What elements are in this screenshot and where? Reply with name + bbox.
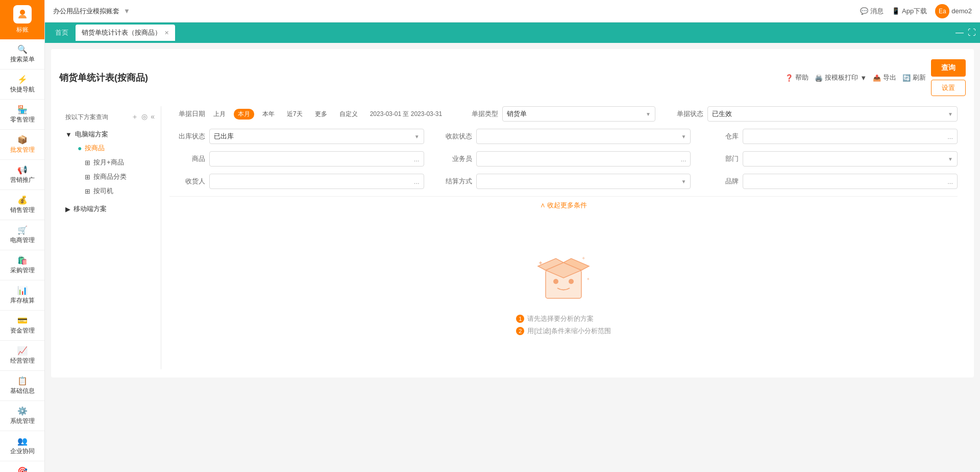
export-label: 导出 [883, 73, 896, 82]
sidebar-item-wholesale[interactable]: 📦 批发管理 [0, 130, 44, 160]
sidebar-item-label: 销售管理 [2, 206, 42, 215]
tree-mobile-section[interactable]: ▶ 移动端方案 [59, 202, 161, 216]
date-tab-this-year[interactable]: 本年 [258, 109, 279, 120]
grid-icon: ⊞ [85, 187, 90, 195]
sidebar-item-system[interactable]: ⚙️ 系统管理 [0, 401, 44, 431]
tree-pc-label: 电脑端方案 [75, 130, 108, 139]
date-tab-this-month[interactable]: 本月 [234, 109, 254, 120]
sidebar-item-basic-info[interactable]: 📋 基础信息 [0, 371, 44, 401]
warehouse-input[interactable]: ... [743, 129, 958, 144]
query-button[interactable]: 查询 [931, 59, 966, 77]
sidebar-item-quicknav[interactable]: ⚡ 快捷导航 [0, 69, 44, 100]
bill-type-select[interactable]: 销货单 ▼ [502, 106, 655, 122]
goods-dots-icon[interactable]: ... [414, 155, 420, 163]
bill-type-value: 销货单 [507, 109, 527, 119]
brand-dots-icon[interactable]: ... [947, 178, 953, 185]
tree-mobile-label: 移动端方案 [74, 204, 107, 214]
goods-label: 商品 [169, 154, 205, 163]
content-body: 按以下方案查询 ＋ ◎ « ▼ 电脑端方案 ● 按商品 [59, 106, 966, 369]
grid-icon: ⊞ [85, 173, 90, 181]
refresh-btn[interactable]: 🔄 刷新 [902, 73, 926, 82]
brand-input[interactable]: ... [743, 174, 958, 189]
tip-num-2: 2 [516, 327, 524, 335]
date-filter-control: 上月 本月 本年 近7天 更多 自定义 2023-03-01 至 2023-03… [209, 109, 450, 120]
settings-button[interactable]: 设置 [931, 80, 966, 96]
app-download-btn[interactable]: 📱 App下载 [892, 7, 927, 16]
collapse-more-conditions[interactable]: ∧ 收起更多条件 [169, 196, 958, 214]
tab-report[interactable]: 销货单统计计表（按商品） ✕ [76, 25, 175, 41]
scheme-collapse-icon[interactable]: « [151, 112, 155, 122]
receiver-input[interactable]: ... [209, 174, 424, 189]
sidebar-item-purchase[interactable]: 🛍️ 采购管理 [0, 250, 44, 280]
settlement-label: 结算方式 [436, 177, 472, 186]
username-label: demo2 [951, 7, 972, 15]
date-tab-last-month[interactable]: 上月 [209, 109, 230, 120]
scheme-add-icon[interactable]: ＋ [131, 112, 138, 122]
user-profile-btn[interactable]: Ea demo2 [935, 4, 972, 18]
date-filter-label: 单据日期 [169, 109, 205, 119]
sidebar-item-label: 资金管理 [2, 326, 42, 335]
salesman-input[interactable]: ... [476, 151, 691, 167]
tree-item-by-driver[interactable]: ⊞ 按司机 [59, 184, 161, 198]
sidebar-item-label: 营销推广 [2, 176, 42, 184]
sidebar-item-ecommerce[interactable]: 🛒 电商管理 [0, 220, 44, 250]
tab-close-icon[interactable]: ✕ [164, 30, 169, 36]
export-btn[interactable]: 📤 导出 [873, 73, 896, 82]
payment-status-select[interactable]: ▼ [476, 129, 691, 144]
scheme-header-label: 按以下方案查询 [65, 113, 108, 122]
bill-status-select[interactable]: 已生效 ▼ [707, 106, 958, 122]
bill-status-label: 单据状态 [668, 109, 703, 119]
sidebar-item-enterprise[interactable]: 👥 企业协同 [0, 431, 44, 461]
scheme-settings-icon[interactable]: ◎ [141, 112, 148, 122]
filter-row-2: 出库状态 已出库 ▼ 收款状态 ▼ 仓库 [169, 129, 958, 144]
sidebar-item-retail[interactable]: 🏪 零售管理 [0, 100, 44, 130]
sidebar-item-operations[interactable]: 📈 经营管理 [0, 341, 44, 371]
empty-tip-1: 1 请先选择要分析的方案 [516, 314, 610, 323]
sidebar-item-sales[interactable]: 💰 销售管理 [0, 190, 44, 220]
receiver-dots-icon[interactable]: ... [414, 178, 420, 185]
help-btn[interactable]: ❓ 帮助 [785, 73, 808, 82]
sidebar-item-guide[interactable]: 🎯 新手引导 [0, 461, 44, 472]
message-btn[interactable]: 💬 消息 [860, 7, 884, 16]
warehouse-dots-icon[interactable]: ... [947, 133, 953, 140]
sidebar-item-inventory[interactable]: 📊 库存核算 [0, 280, 44, 311]
tab-bar-actions: — ⛶ [955, 28, 976, 37]
tree-item-by-goods-category[interactable]: ⊞ 按商品分类 [59, 170, 161, 184]
download-icon: 📱 [892, 7, 900, 15]
avatar: Ea [935, 4, 949, 18]
payment-status-label: 收款状态 [436, 132, 472, 141]
sidebar-item-search[interactable]: 🔍 搜索菜单 [0, 39, 44, 69]
tip-text-1: 请先选择要分析的方案 [527, 314, 594, 323]
tab-maximize-icon[interactable]: ⛶ [968, 28, 976, 37]
industry-dropdown-icon[interactable]: ▼ [124, 7, 130, 15]
tree-item-by-month-goods[interactable]: ⊞ 按月+商品 [59, 155, 161, 170]
filter-row-3: 商品 ... 业务员 ... 部门 [169, 151, 958, 167]
tree-item-by-goods[interactable]: ● 按商品 [59, 141, 161, 155]
tree-item-label: 按司机 [93, 186, 113, 196]
sidebar-item-label: 采购管理 [2, 266, 42, 275]
sidebar-item-marketing[interactable]: 📢 营销推广 [0, 160, 44, 190]
empty-illustration: ✦ ✦ ✦ [533, 245, 594, 306]
date-tab-7days[interactable]: 近7天 [283, 109, 307, 120]
svg-text:✦: ✦ [581, 255, 585, 261]
salesman-label: 业务员 [436, 154, 472, 163]
salesman-dots-icon[interactable]: ... [681, 155, 687, 163]
tab-minimize-icon[interactable]: — [955, 28, 964, 37]
filter-panel: 单据日期 上月 本月 本年 近7天 更多 自定义 2023-03-01 至 20… [161, 106, 966, 369]
sidebar-item-finance[interactable]: 💳 资金管理 [0, 311, 44, 341]
stock-status-select[interactable]: 已出库 ▼ [209, 129, 424, 144]
empty-tip-2: 2 用[过滤]条件来缩小分析范围 [516, 326, 610, 336]
department-select[interactable]: ▼ [743, 151, 958, 167]
empty-state: ✦ ✦ ✦ 1 请先选择要分析的方案 2 [169, 214, 958, 369]
settlement-select[interactable]: ▼ [476, 174, 691, 189]
tree-item-label: 按月+商品 [93, 158, 124, 167]
date-tab-custom[interactable]: 自定义 [335, 109, 362, 120]
date-tabs-row: 上月 本月 本年 近7天 更多 自定义 2023-03-01 至 2023-03… [209, 109, 442, 120]
active-dot-icon: ● [78, 144, 82, 152]
date-tab-more[interactable]: 更多 [311, 109, 331, 120]
goods-input[interactable]: ... [209, 151, 424, 167]
tree-pc-section[interactable]: ▼ 电脑端方案 [59, 128, 161, 141]
template-print-btn[interactable]: 🖨️ 按模板打印 ▼ [815, 73, 867, 82]
tab-home[interactable]: 首页 [49, 25, 75, 41]
refresh-icon: 🔄 [902, 74, 911, 82]
